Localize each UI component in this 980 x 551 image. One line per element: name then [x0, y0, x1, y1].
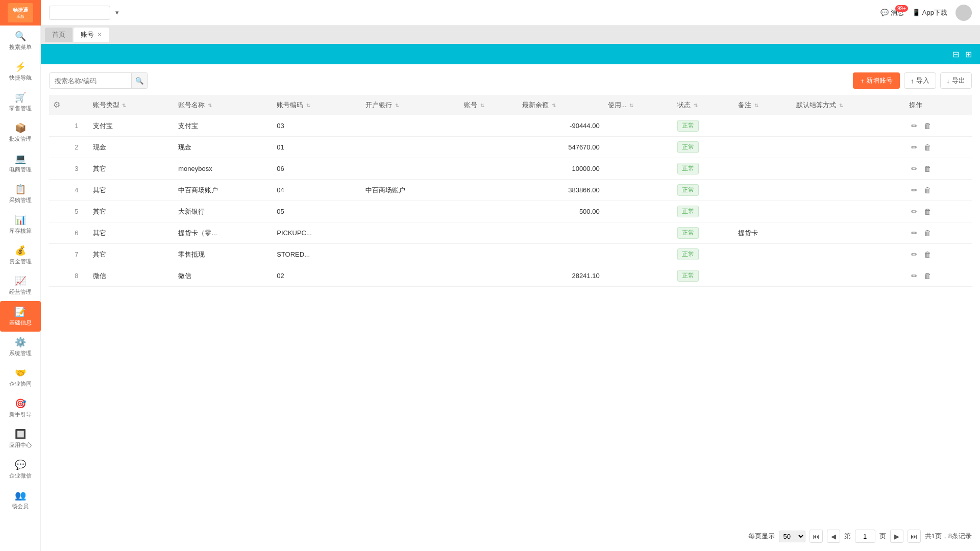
cell-num: 4 — [64, 180, 89, 201]
topbar-search-input[interactable] — [49, 6, 110, 20]
col-account[interactable]: 账号 ⇅ — [460, 95, 518, 115]
sidebar-item-app-center[interactable]: 🔲 应用中心 — [0, 423, 41, 454]
tab-close-icon[interactable]: ✕ — [97, 31, 102, 38]
cell-status: 正常 — [673, 244, 734, 265]
sidebar-label-agreement: 企业协同 — [9, 380, 32, 388]
maximize-button[interactable]: ⊞ — [962, 49, 975, 59]
avatar[interactable] — [955, 5, 972, 21]
add-account-button[interactable]: + 新增账号 — [853, 72, 900, 89]
delete-button[interactable]: 🗑 — [922, 206, 934, 217]
sidebar-item-quick[interactable]: ⚡ 快捷导航 — [0, 56, 41, 87]
cell-type: 现金 — [89, 137, 175, 158]
page-input[interactable] — [855, 530, 875, 543]
cell-balance — [518, 244, 604, 265]
tab-account[interactable]: 账号 ✕ — [74, 28, 109, 42]
per-page-select[interactable]: 50 100 — [779, 531, 805, 542]
sidebar-item-inventory[interactable]: 📊 库存核算 — [0, 209, 41, 240]
cell-settings — [49, 201, 64, 222]
sidebar-item-basic[interactable]: 📝 基础信息 — [0, 301, 41, 332]
sidebar-label-funds: 资金管理 — [9, 258, 32, 265]
edit-button[interactable]: ✏ — [909, 228, 920, 239]
edit-button[interactable]: ✏ — [909, 206, 920, 217]
cell-actions: ✏ 🗑 — [905, 180, 972, 201]
cell-account — [460, 265, 518, 287]
first-page-button[interactable]: ⏮ — [810, 530, 823, 543]
sidebar-item-member[interactable]: 👥 畅会员 — [0, 485, 41, 515]
last-page-button[interactable]: ⏭ — [908, 530, 921, 543]
sidebar-item-operations[interactable]: 📈 经营管理 — [0, 270, 41, 301]
col-name[interactable]: 账号名称 ⇅ — [174, 95, 273, 115]
cell-bank: 中百商场账户 — [361, 180, 460, 201]
sidebar-item-purchase[interactable]: 📋 采购管理 — [0, 179, 41, 209]
sidebar-item-ecommerce[interactable]: 💻 电商管理 — [0, 148, 41, 179]
app-center-icon: 🔲 — [15, 429, 26, 440]
import-label: 导入 — [916, 76, 929, 85]
sidebar: 畅捷通 乐版 🔍 搜索菜单 ⚡ 快捷导航 🛒 零售管理 📦 批发管理 💻 电商管… — [0, 0, 41, 551]
edit-button[interactable]: ✏ — [909, 120, 920, 132]
table-row: 5 其它 大新银行 05 500.00 正常 ✏ 🗑 — [49, 201, 972, 222]
col-code[interactable]: 账号编码 ⇅ — [273, 95, 361, 115]
cell-settings — [49, 222, 64, 244]
cell-name: 大新银行 — [174, 201, 273, 222]
sidebar-item-funds[interactable]: 💰 资金管理 — [0, 240, 41, 270]
cell-remark — [734, 244, 792, 265]
delete-button[interactable]: 🗑 — [922, 120, 934, 131]
col-balance[interactable]: 最新余额 ⇅ — [518, 95, 604, 115]
col-default-pay[interactable]: 默认结算方式 ⇅ — [792, 95, 905, 115]
delete-button[interactable]: 🗑 — [922, 142, 934, 153]
guide-icon: 🎯 — [15, 398, 26, 409]
sidebar-item-retail[interactable]: 🛒 零售管理 — [0, 87, 41, 117]
col-type[interactable]: 账号类型 ⇅ — [89, 95, 175, 115]
cell-bank — [361, 158, 460, 180]
prev-page-button[interactable]: ◀ — [827, 530, 840, 543]
tab-home[interactable]: 首页 — [45, 28, 72, 42]
sidebar-item-agreement[interactable]: 🤝 企业协同 — [0, 362, 41, 393]
sidebar-item-wholesale[interactable]: 📦 批发管理 — [0, 117, 41, 148]
export-button[interactable]: ↓ 导出 — [940, 72, 972, 89]
sidebar-item-wechat[interactable]: 💬 企业微信 — [0, 454, 41, 485]
cell-bank — [361, 244, 460, 265]
topbar-message[interactable]: 💬 消息 99+ — [880, 8, 904, 17]
col-bank[interactable]: 开户银行 ⇅ — [361, 95, 460, 115]
wechat-icon: 💬 — [15, 459, 26, 470]
edit-button[interactable]: ✏ — [909, 185, 920, 196]
export-icon: ↓ — [947, 77, 950, 85]
import-button[interactable]: ↑ 导入 — [904, 72, 936, 89]
tab-account-label: 账号 — [81, 30, 94, 39]
edit-button[interactable]: ✏ — [909, 270, 920, 282]
search-input[interactable] — [50, 77, 131, 85]
sidebar-item-guide[interactable]: 🎯 新手引导 — [0, 393, 41, 423]
cell-num: 1 — [64, 115, 89, 137]
wholesale-icon: 📦 — [15, 122, 26, 134]
delete-button[interactable]: 🗑 — [922, 228, 934, 238]
delete-button[interactable]: 🗑 — [922, 270, 934, 281]
cell-balance: 500.00 — [518, 201, 604, 222]
col-use[interactable]: 使用... ⇅ — [604, 95, 673, 115]
col-remark[interactable]: 备注 ⇅ — [734, 95, 792, 115]
cell-use — [604, 265, 673, 287]
cell-code: 02 — [273, 265, 361, 287]
cell-type: 微信 — [89, 265, 175, 287]
cell-balance — [518, 222, 604, 244]
topbar-dropdown[interactable]: ▾ — [115, 9, 119, 16]
search-button[interactable]: 🔍 — [131, 72, 148, 89]
edit-button[interactable]: ✏ — [909, 163, 920, 174]
sidebar-item-system[interactable]: ⚙️ 系统管理 — [0, 332, 41, 362]
delete-button[interactable]: 🗑 — [922, 163, 934, 174]
col-status[interactable]: 状态 ⇅ — [673, 95, 734, 115]
delete-button[interactable]: 🗑 — [922, 185, 934, 195]
cell-num: 8 — [64, 265, 89, 287]
sidebar-item-search[interactable]: 🔍 搜索菜单 — [0, 26, 41, 56]
edit-button[interactable]: ✏ — [909, 142, 920, 153]
table-row: 6 其它 提货卡（零... PICKUPC... 正常 提货卡 ✏ 🗑 — [49, 222, 972, 244]
next-page-button[interactable]: ▶ — [890, 530, 903, 543]
cell-type: 其它 — [89, 180, 175, 201]
operations-icon: 📈 — [15, 276, 26, 287]
topbar-app-download[interactable]: 📱 App下载 — [912, 8, 947, 17]
edit-button[interactable]: ✏ — [909, 249, 920, 260]
cell-default-pay — [792, 244, 905, 265]
cell-balance: 383866.00 — [518, 180, 604, 201]
gear-icon[interactable]: ⚙ — [53, 101, 60, 109]
minimize-button[interactable]: ⊟ — [949, 49, 962, 59]
delete-button[interactable]: 🗑 — [922, 249, 934, 260]
